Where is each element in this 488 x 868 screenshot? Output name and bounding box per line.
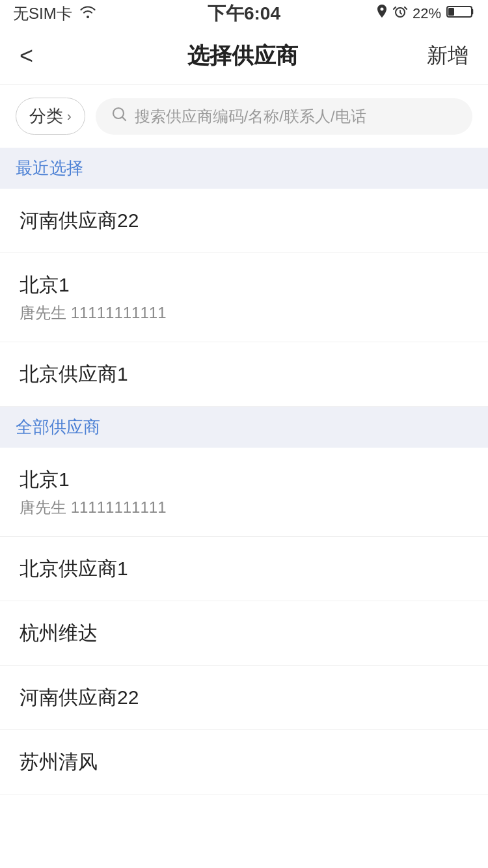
all-section-header: 全部供应商 xyxy=(0,407,488,448)
item-sub: 唐先生 11111111111 xyxy=(20,303,468,323)
filter-bar: 分类 › 搜索供应商编码/名称/联系人/电话 xyxy=(0,85,488,148)
back-button[interactable]: < xyxy=(20,42,59,70)
recent-list: 河南供应商22北京1唐先生 11111111111北京供应商1 xyxy=(0,189,488,407)
status-bar: 无SIM卡 下午6:04 22% xyxy=(0,0,488,27)
recent-section-header: 最近选择 xyxy=(0,148,488,189)
svg-rect-2 xyxy=(448,8,454,16)
recent-section-label: 最近选择 xyxy=(16,158,83,178)
list-item[interactable]: 苏州清风 xyxy=(0,730,488,794)
list-item[interactable]: 河南供应商22 xyxy=(0,189,488,253)
search-box[interactable]: 搜索供应商编码/名称/联系人/电话 xyxy=(96,98,472,135)
battery-text: 22% xyxy=(413,5,441,22)
item-sub: 唐先生 11111111111 xyxy=(20,497,468,518)
list-item[interactable]: 北京1唐先生 11111111111 xyxy=(0,253,488,342)
wifi-icon xyxy=(79,5,97,23)
item-name: 河南供应商22 xyxy=(20,207,468,234)
list-item[interactable]: 河南供应商22 xyxy=(0,666,488,730)
search-placeholder: 搜索供应商编码/名称/联系人/电话 xyxy=(135,106,366,127)
list-item[interactable]: 北京供应商1 xyxy=(0,342,488,407)
battery-icon xyxy=(446,5,475,23)
category-filter[interactable]: 分类 › xyxy=(16,98,85,135)
status-right: 22% xyxy=(376,5,475,23)
list-item[interactable]: 北京1唐先生 11111111111 xyxy=(0,448,488,537)
item-name: 苏州清风 xyxy=(20,748,468,776)
all-section-label: 全部供应商 xyxy=(16,417,100,437)
status-left: 无SIM卡 xyxy=(13,3,97,24)
status-time: 下午6:04 xyxy=(208,1,280,26)
all-list: 北京1唐先生 11111111111北京供应商1杭州维达河南供应商22苏州清风 xyxy=(0,448,488,794)
add-button[interactable]: 新增 xyxy=(427,42,468,70)
item-name: 北京1 xyxy=(20,466,468,493)
list-item[interactable]: 北京供应商1 xyxy=(0,537,488,601)
list-item[interactable]: 杭州维达 xyxy=(0,601,488,666)
alarm-icon xyxy=(393,5,407,23)
nav-bar: < 选择供应商 新增 xyxy=(0,27,488,85)
category-label: 分类 xyxy=(29,105,63,128)
carrier-text: 无SIM卡 xyxy=(13,3,72,24)
item-name: 北京供应商1 xyxy=(20,360,468,388)
item-name: 河南供应商22 xyxy=(20,684,468,711)
search-icon xyxy=(111,106,128,127)
page-title: 选择供应商 xyxy=(187,41,298,71)
location-icon xyxy=(376,5,388,23)
item-name: 北京供应商1 xyxy=(20,555,468,582)
chevron-right-icon: › xyxy=(67,109,72,124)
item-name: 杭州维达 xyxy=(20,619,468,647)
item-name: 北京1 xyxy=(20,271,468,299)
